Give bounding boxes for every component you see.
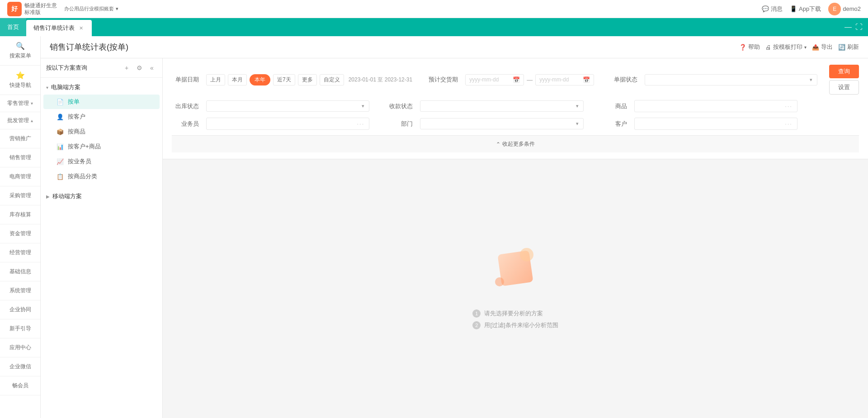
tab-close-btn[interactable]: ✕ [77, 24, 85, 32]
by-category-icon: 📋 [56, 172, 64, 180]
scheme-by-category[interactable]: 📋 按商品分类 [43, 169, 160, 184]
filter-row-3: 业务员 ··· 部门 ▾ 客户 ··· [172, 118, 859, 130]
sidebar-item-inventory[interactable]: 库存核算 [0, 205, 40, 224]
message-icon: 💬 [762, 5, 769, 12]
mobile-expand-arrow-icon: ▶ [46, 194, 50, 199]
sidebar-item-wechat[interactable]: 企业微信 [0, 357, 40, 376]
receipt-status-label: 收款状态 [386, 102, 413, 110]
message-action[interactable]: 💬 消息 [762, 5, 783, 13]
workspace-selector[interactable]: 办公用品行业模拟账套 ▾ [61, 4, 122, 14]
sidebar-item-retail[interactable]: 零售管理 ▾ [0, 95, 40, 112]
filter-area: 单据日期 上月 本月 本年 近7天 更多 自定义 2023-01-01 至 20… [163, 58, 868, 159]
date-btn-more[interactable]: 更多 [298, 74, 317, 86]
main-layout: 🔍 搜索菜单 ⭐ 快捷导航 零售管理 ▾ 批发管理 ▴ 营销推广 销售管理 电商… [0, 36, 868, 418]
sidebar-item-member[interactable]: 畅会员 [0, 376, 40, 395]
sidebar-item-sales[interactable]: 销售管理 [0, 148, 40, 167]
product-input[interactable]: ··· [634, 100, 797, 112]
left-panel: 按以下方案查询 + ⚙ « ▾ 电脑端方案 📄 按单 [41, 58, 163, 418]
sidebar-item-operations[interactable]: 经营管理 [0, 243, 40, 262]
date-btn-last-month[interactable]: 上月 [206, 74, 225, 86]
sidebar-item-search-menu[interactable]: 🔍 搜索菜单 [0, 36, 40, 66]
calendar-start-icon: 📅 [513, 76, 520, 83]
sidebar-item-newbie[interactable]: 新手引导 [0, 319, 40, 338]
add-scheme-btn[interactable]: + [122, 63, 132, 73]
avatar: E [828, 3, 841, 15]
retail-arrow-icon: ▾ [31, 101, 33, 106]
page-header: 销售订单统计表(按单) ❓ 帮助 🖨 按模板打印 ▾ 📤 导出 🔄 刷新 [41, 36, 868, 58]
export-btn[interactable]: 📤 导出 [812, 43, 833, 51]
shipment-status-select[interactable]: ▾ [206, 100, 369, 112]
sidebar-item-finance[interactable]: 资金管理 [0, 224, 40, 243]
order-status-select[interactable]: ▾ [645, 74, 817, 86]
sidebar-item-system[interactable]: 系统管理 [0, 281, 40, 300]
collapse-more-conditions-btn[interactable]: ⌃ 收起更多条件 [172, 135, 859, 152]
sidebar-item-marketing[interactable]: 营销推广 [0, 129, 40, 148]
scheme-by-customer[interactable]: 👤 按客户 [43, 109, 160, 124]
tab-home[interactable]: 首页 [0, 18, 26, 36]
pc-schemes-header[interactable]: ▾ 电脑端方案 [41, 81, 162, 94]
date-filter-group: 上月 本月 本年 近7天 更多 自定义 2023-01-01 至 2023-12… [206, 74, 412, 86]
pc-expand-arrow-icon: ▾ [46, 85, 48, 90]
sidebar-item-ecommerce[interactable]: 电商管理 [0, 167, 40, 186]
receipt-status-select[interactable]: ▾ [420, 100, 583, 112]
user-menu[interactable]: E demo2 [828, 3, 861, 15]
sidebar: 🔍 搜索菜单 ⭐ 快捷导航 零售管理 ▾ 批发管理 ▴ 营销推广 销售管理 电商… [0, 36, 41, 418]
scheme-settings-btn[interactable]: ⚙ [134, 63, 144, 73]
left-panel-header: 按以下方案查询 + ⚙ « [41, 58, 162, 78]
minimize-window-btn[interactable]: — [844, 23, 852, 31]
shipment-status-label: 出库状态 [172, 102, 199, 110]
logo-area: 好 畅捷通好生意 标准版 [7, 2, 57, 16]
top-bar-right: 💬 消息 📱 App下载 E demo2 [762, 3, 861, 15]
maximize-window-btn[interactable]: ⛶ [855, 23, 863, 31]
sidebar-item-quick-nav[interactable]: ⭐ 快捷导航 [0, 66, 40, 95]
sidebar-item-purchase[interactable]: 采购管理 [0, 186, 40, 205]
nav-tab-actions: — ⛶ [844, 18, 868, 36]
order-status-arrow-icon: ▾ [810, 77, 812, 83]
empty-step-1: 1 请先选择要分析的方案 [472, 309, 558, 318]
tab-sales-order-stat[interactable]: 销售订单统计表 ✕ [26, 20, 92, 36]
mobile-schemes-header[interactable]: ▶ 移动端方案 [41, 190, 162, 203]
expected-delivery-end-input[interactable]: yyyy-mm-dd 📅 [535, 74, 594, 86]
date-range-display: 2023-01-01 至 2023-12-31 [349, 76, 412, 84]
query-btn[interactable]: 查询 [829, 65, 859, 78]
expected-delivery-start-input[interactable]: yyyy-mm-dd 📅 [465, 74, 524, 86]
logo-icon: 好 [7, 2, 22, 16]
app-icon: 📱 [790, 5, 797, 12]
right-panel: 单据日期 上月 本月 本年 近7天 更多 自定义 2023-01-01 至 20… [163, 58, 868, 418]
filter-row-2: 出库状态 ▾ 收款状态 ▾ 商品 ··· [172, 100, 859, 112]
customer-input[interactable]: ··· [634, 118, 797, 130]
department-select[interactable]: ▾ [420, 118, 583, 129]
setting-btn[interactable]: 设置 [829, 80, 859, 95]
salesperson-input[interactable]: ··· [206, 118, 369, 130]
scheme-by-order[interactable]: 📄 按单 [43, 95, 160, 109]
help-btn[interactable]: ❓ 帮助 [739, 43, 760, 51]
customer-dots-icon: ··· [785, 120, 793, 127]
search-menu-icon: 🔍 [16, 42, 25, 50]
expected-delivery-input-group: yyyy-mm-dd 📅 — yyyy-mm-dd 📅 [465, 74, 594, 86]
date-btn-custom[interactable]: 自定义 [320, 74, 344, 86]
app-download-action[interactable]: 📱 App下载 [790, 5, 821, 13]
print-icon: 🖨 [765, 44, 771, 51]
logo-text: 畅捷通好生意 标准版 [24, 2, 57, 15]
date-btn-this-year[interactable]: 本年 [250, 74, 270, 86]
date-btn-7days[interactable]: 近7天 [273, 74, 295, 86]
by-product-icon: 📦 [56, 128, 64, 136]
collapse-panel-btn[interactable]: « [147, 63, 157, 73]
scheme-by-salesperson[interactable]: 📈 按业务员 [43, 154, 160, 169]
scheme-by-product[interactable]: 📦 按商品 [43, 124, 160, 139]
sidebar-item-app-center[interactable]: 应用中心 [0, 338, 40, 357]
calendar-end-icon: 📅 [583, 76, 590, 83]
sidebar-item-enterprise[interactable]: 企业协同 [0, 300, 40, 319]
export-icon: 📤 [812, 44, 819, 51]
product-dots-icon: ··· [785, 103, 793, 109]
by-customer-icon: 👤 [56, 113, 64, 121]
order-status-label: 单据状态 [610, 76, 637, 84]
department-arrow-icon: ▾ [576, 121, 579, 127]
query-btn-group: 查询 设置 [829, 65, 859, 95]
date-btn-this-month[interactable]: 本月 [228, 74, 247, 86]
refresh-btn[interactable]: 🔄 刷新 [838, 43, 859, 51]
sidebar-item-wholesale[interactable]: 批发管理 ▴ [0, 112, 40, 129]
template-print-btn[interactable]: 🖨 按模板打印 ▾ [765, 43, 807, 51]
scheme-by-customer-product[interactable]: 📊 按客户+商品 [43, 139, 160, 154]
sidebar-item-basic[interactable]: 基础信息 [0, 262, 40, 281]
